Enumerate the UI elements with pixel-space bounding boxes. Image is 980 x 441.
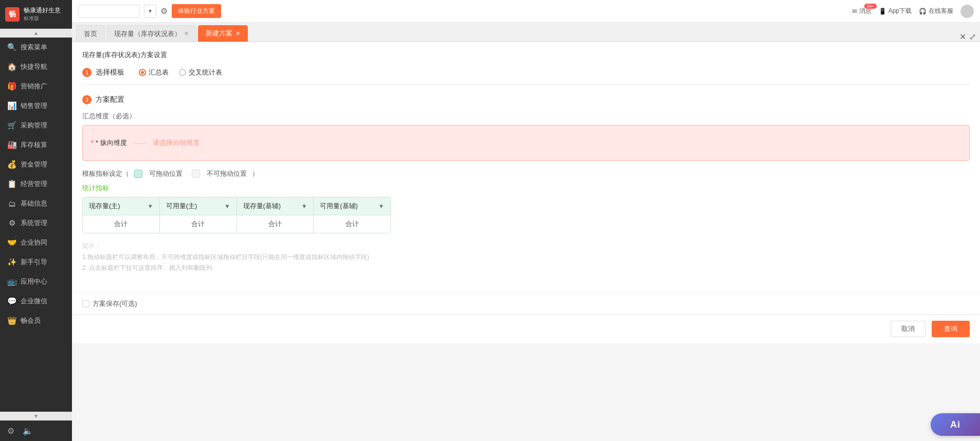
stat-col-label-2: 现存量(基辅) (243, 201, 281, 211)
message-btn[interactable]: ✉ 消息 99+ (852, 7, 872, 15)
tips-title: 提示： (82, 242, 101, 249)
col-arrow-2[interactable]: ▼ (301, 203, 307, 209)
template-radio-group: 汇总表 交叉统计表 (139, 68, 222, 77)
app-download-btn[interactable]: 📱 App下载 (879, 7, 912, 15)
section2-num: 2 (82, 95, 92, 104)
stat-col-label-1: 可用量(主) (166, 201, 197, 211)
section1-header: 1 选择模板 汇总表 交叉统计表 (82, 68, 970, 77)
col-arrow-0[interactable]: ▼ (148, 203, 153, 209)
topbar: ▼ ⚙ 体验行业方案 ✉ 消息 99+ 📱 App下载 🎧 在线客服 (72, 0, 980, 23)
stat-col-header-1[interactable]: 可用量(主) ▼ (160, 197, 237, 215)
app-center-icon: 📺 (7, 277, 16, 286)
sidebar-item-quicknav[interactable]: 🏠 快捷导航 (0, 57, 72, 77)
tab-inventory[interactable]: 现存量（库存状况表） ✕ (106, 25, 196, 42)
stat-col-header-2[interactable]: 现存量(基辅) ▼ (237, 197, 314, 215)
sidebar-item-label: 系统管理 (21, 218, 47, 228)
tab-new-scheme-close[interactable]: ✕ (235, 30, 240, 37)
tab-new-scheme-label: 新建方案 (206, 29, 232, 38)
tip-item-1: 2. 点击标题栏下拉可设置排序、插入列和删除列 (82, 263, 970, 274)
sidebar-item-label: 销售管理 (21, 101, 47, 111)
bottom-bar: 取消 查询 (72, 315, 980, 343)
stat-col-header-3[interactable]: 可用量(基辅) ▼ (314, 197, 390, 215)
radio-cross-table[interactable]: 交叉统计表 (179, 68, 222, 77)
col-arrow-3[interactable]: ▼ (378, 203, 384, 209)
user-avatar[interactable] (960, 5, 974, 18)
section-template: 1 选择模板 汇总表 交叉统计表 (82, 68, 970, 85)
money-icon: 💰 (7, 160, 16, 169)
content-area: 现存量(库存状况表)方案设置 1 选择模板 汇总表 交叉统计表 (72, 42, 980, 441)
sidebar-item-collab[interactable]: 🤝 企业协同 (0, 233, 72, 252)
sidebar-item-label: 经营管理 (21, 179, 47, 189)
sidebar-item-marketing[interactable]: 🎁 营销推广 (0, 77, 72, 96)
expand-window-btn[interactable]: ⤢ (969, 32, 976, 42)
section2-header: 2 方案配置 (82, 95, 970, 104)
tips-area: 提示： 1.拖动标题栏可以调整布局，不可跨维度或指标区域拖动栏目字段(只能在同一… (82, 241, 970, 274)
col-arrow-1[interactable]: ▼ (225, 203, 230, 209)
movable-badge (134, 170, 142, 178)
sidebar-item-label: 资金管理 (21, 160, 47, 169)
scroll-down-icon[interactable]: ▼ (33, 413, 39, 419)
tab-inventory-label: 现存量（库存状况表） (114, 29, 181, 39)
app-download-label: App下载 (888, 7, 912, 15)
topbar-search-input[interactable] (78, 5, 140, 18)
sidebar-item-label: 库存核算 (21, 140, 47, 150)
ai-float-btn[interactable]: Ai (931, 413, 980, 436)
sidebar-item-label: 采购管理 (21, 121, 47, 130)
sidebar-item-inventory[interactable]: 🏭 库存核算 (0, 135, 72, 155)
headset-icon: 🎧 (919, 8, 927, 15)
dim-box[interactable]: ** 纵向维度 —— 请选择分组维度 (82, 125, 970, 161)
tab-home[interactable]: 首页 (76, 25, 105, 42)
window-controls: ✕ ⤢ (959, 32, 980, 42)
dim-required-star: ** 纵向维度 (91, 138, 127, 148)
trial-btn[interactable]: 体验行业方案 (172, 4, 221, 18)
app-name-block: 畅康通好生意 标准版 (24, 6, 61, 22)
sidebar-item-search[interactable]: 🔍 搜索菜单 (0, 38, 72, 57)
radio-summary-table[interactable]: 汇总表 (139, 68, 169, 77)
sidebar-item-label: 营销推广 (21, 82, 47, 91)
radio-summary-circle (139, 69, 146, 76)
mobile-icon: 📱 (879, 8, 886, 15)
save-checkbox[interactable] (82, 300, 89, 307)
ai-btn-label: Ai (950, 419, 960, 430)
main-area: ▼ ⚙ 体验行业方案 ✉ 消息 99+ 📱 App下载 🎧 在线客服 首页 (72, 0, 980, 441)
scroll-up-icon[interactable]: ▲ (33, 30, 39, 36)
close-window-btn[interactable]: ✕ (959, 32, 966, 42)
tab-home-label: 首页 (84, 29, 97, 39)
stat-body-1: 合计 (160, 215, 237, 233)
topbar-dropdown-btn[interactable]: ▼ (144, 5, 156, 18)
stat-col-header-0[interactable]: 现存量(主) ▼ (83, 197, 160, 215)
message-icon: ✉ (852, 8, 857, 15)
tab-new-scheme[interactable]: 新建方案 ✕ (198, 25, 248, 42)
sales-icon: 📊 (7, 101, 16, 111)
sidebar-item-label: 应用中心 (21, 277, 47, 286)
sidebar-item-app-center[interactable]: 📺 应用中心 (0, 272, 72, 291)
cart-icon: 🛒 (7, 121, 16, 130)
online-service-btn[interactable]: 🎧 在线客服 (919, 7, 953, 15)
scroll-down-area[interactable]: ▼ (0, 412, 72, 420)
query-btn[interactable]: 查询 (932, 321, 970, 337)
sidebar-item-sales[interactable]: 📊 销售管理 (0, 96, 72, 116)
sidebar-item-guide[interactable]: ✨ 新手引导 (0, 252, 72, 272)
sidebar-item-wechat[interactable]: 💬 企业微信 (0, 291, 72, 311)
app-logo-icon: 畅 (5, 7, 20, 22)
sidebar-item-finance[interactable]: 💰 资金管理 (0, 155, 72, 174)
message-badge: 99+ (864, 4, 876, 9)
sidebar-item-operations[interactable]: 📋 经营管理 (0, 174, 72, 194)
sidebar-item-label: 企业协同 (21, 238, 47, 247)
app-edition: 标准版 (24, 15, 61, 22)
tab-inventory-close[interactable]: ✕ (184, 30, 189, 37)
save-row: 方案保存(可选) (72, 292, 980, 315)
cancel-btn[interactable]: 取消 (891, 321, 925, 337)
app-name: 畅康通好生意 (24, 6, 61, 15)
scroll-up-area[interactable]: ▲ (0, 29, 72, 38)
sidebar-item-system[interactable]: ⚙ 系统管理 (0, 213, 72, 233)
sidebar-item-label: 企业微信 (21, 297, 47, 306)
sidebar-item-purchase[interactable]: 🛒 采购管理 (0, 116, 72, 135)
topbar-gear-icon[interactable]: ⚙ (160, 6, 168, 16)
settings-icon[interactable]: ⚙ (7, 426, 14, 436)
dim-separator: —— (133, 139, 147, 147)
sidebar-item-vip[interactable]: 👑 畅会员 (0, 311, 72, 330)
sidebar-item-basic-info[interactable]: 🗂 基础信息 (0, 194, 72, 213)
volume-icon[interactable]: 🔈 (23, 426, 33, 436)
tip-item-0: 1.拖动标题栏可以调整布局，不可跨维度或指标区域拖动栏目字段(只能在同一维度或指… (82, 252, 970, 263)
